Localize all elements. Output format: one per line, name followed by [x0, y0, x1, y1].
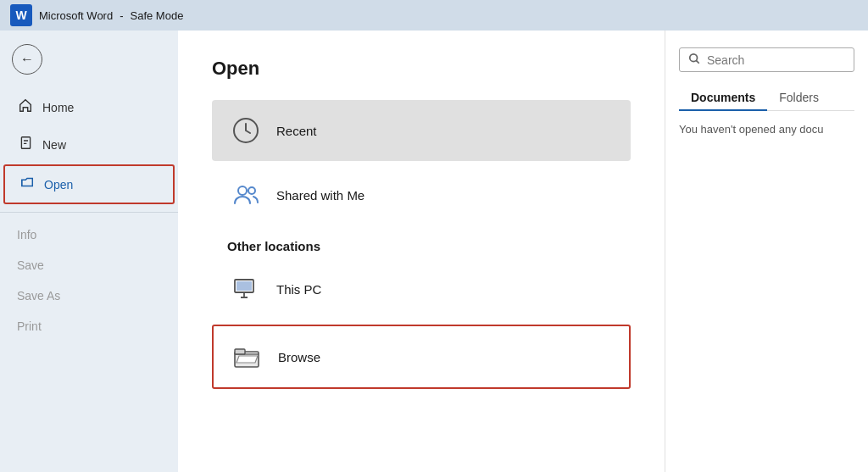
search-icon [688, 53, 700, 67]
sidebar-new-label: New [42, 138, 66, 152]
search-input[interactable] [707, 53, 845, 67]
this-pc-label: This PC [276, 282, 321, 297]
sidebar-item-new[interactable]: New [3, 127, 175, 163]
logo-text: W [15, 8, 26, 22]
sidebar-divider [0, 212, 178, 213]
title-separator: - [120, 9, 123, 22]
shared-label: Shared with Me [276, 188, 364, 203]
tab-documents[interactable]: Documents [679, 86, 767, 111]
open-icon [19, 175, 36, 194]
back-button[interactable]: ← [12, 44, 42, 75]
sidebar-home-label: Home [42, 101, 74, 114]
sidebar: ← Home New [0, 31, 178, 472]
sidebar-item-info[interactable]: Info [3, 220, 175, 249]
location-this-pc[interactable]: This PC [212, 258, 631, 319]
right-panel: Documents Folders You haven't opened any… [665, 31, 868, 472]
recent-label: Recent [276, 124, 317, 138]
save-as-label: Save As [17, 289, 60, 303]
svg-point-3 [248, 187, 255, 194]
empty-state-text: You haven't opened any docu [679, 121, 854, 138]
app-body: ← Home New [0, 31, 868, 472]
sidebar-item-save[interactable]: Save [3, 251, 175, 280]
sidebar-item-open[interactable]: Open [3, 164, 175, 204]
info-label: Info [17, 228, 36, 242]
location-recent[interactable]: Recent [212, 100, 631, 161]
clock-icon [227, 112, 264, 149]
svg-rect-7 [235, 349, 245, 354]
sidebar-item-print[interactable]: Print [3, 312, 175, 341]
location-browse[interactable]: Browse [212, 325, 631, 389]
location-shared[interactable]: Shared with Me [212, 164, 631, 225]
tab-folders[interactable]: Folders [767, 86, 831, 111]
people-icon [227, 176, 264, 214]
svg-rect-0 [21, 137, 30, 149]
save-label: Save [17, 258, 44, 272]
svg-rect-5 [236, 281, 252, 291]
title-bar: W Microsoft Word - Safe Mode [0, 0, 868, 31]
home-icon [17, 97, 34, 117]
browse-label: Browse [278, 350, 320, 364]
main-content: Open Recent Shared with Me [178, 31, 665, 472]
app-mode: Safe Mode [131, 9, 184, 22]
page-title: Open [212, 58, 631, 80]
new-icon [17, 136, 34, 154]
search-box[interactable] [679, 47, 854, 72]
sidebar-item-home[interactable]: Home [3, 89, 175, 125]
word-logo: W [10, 4, 32, 26]
folder-open-icon [229, 338, 266, 375]
sidebar-item-save-as[interactable]: Save As [3, 281, 175, 310]
sidebar-open-label: Open [44, 178, 73, 192]
svg-point-2 [238, 186, 247, 195]
tabs-row: Documents Folders [679, 86, 854, 111]
app-name: Microsoft Word [39, 9, 113, 22]
other-locations-label: Other locations [227, 239, 631, 253]
pc-icon [227, 270, 264, 308]
print-label: Print [17, 319, 42, 333]
